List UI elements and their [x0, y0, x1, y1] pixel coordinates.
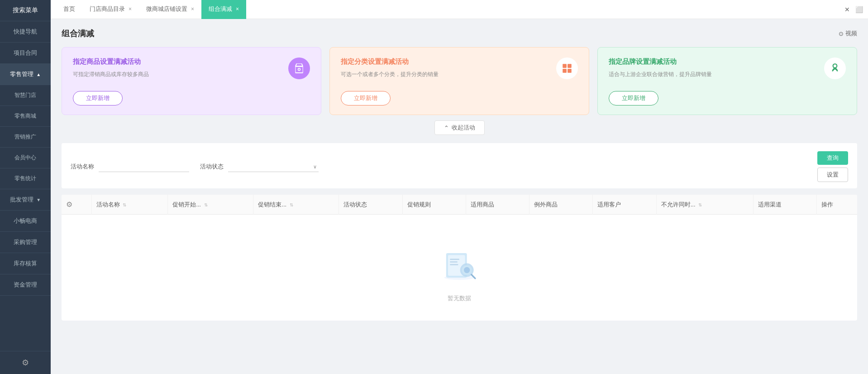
collapse-bar: ⌃ 收起活动: [62, 120, 857, 135]
empty-text: 暂无数据: [448, 294, 471, 302]
th-no-concurrent[interactable]: 不允许同时... ⇅: [656, 195, 753, 215]
svg-point-9: [464, 267, 470, 273]
tab-bar: 首页 门店商品目录 × 微商城店铺设置 × 组合满减 × ✕ ⬜: [51, 0, 868, 19]
sidebar-item-inventory-calc[interactable]: 库存核算: [0, 253, 51, 274]
svg-rect-2: [563, 69, 567, 73]
brand-card-desc: 适合与上游企业联合做营销，提升品牌销量: [609, 71, 846, 84]
sidebar-search[interactable]: 搜索菜单: [0, 0, 51, 21]
tab-wechat-store-settings[interactable]: 微商城店铺设置 ×: [139, 0, 201, 19]
table-header: ⚙ 活动名称 ⇅ 促销开始... ⇅ 促销结束... ⇅: [62, 195, 857, 215]
data-table-wrapper: ⚙ 活动名称 ⇅ 促销开始... ⇅ 促销结束... ⇅: [62, 195, 857, 321]
gear-icon: ⚙: [66, 201, 72, 208]
sort-arrows-icon: ⇅: [123, 202, 126, 207]
th-applicable-goods: 适用商品: [466, 195, 529, 215]
empty-state-icon: [437, 242, 482, 287]
cards-row: 指定商品设置满减活动 可指定滞销商品或库存较多商品 立即新增 指定分类设置满减活…: [62, 47, 857, 115]
play-circle-icon: ⊙: [839, 30, 844, 37]
content-area: 组合满减 ⊙ 视频 指定商品设置满减活动 可指定滞销商品或库存较多商品 立即新增: [51, 19, 868, 374]
svg-rect-12: [450, 261, 458, 263]
activity-name-label: 活动名称: [71, 163, 94, 171]
category-card-add-btn[interactable]: 立即新增: [341, 91, 391, 105]
category-card: 指定分类设置满减活动 可选一个或者多个分类，提升分类的销量 立即新增: [329, 47, 589, 115]
th-promo-rule: 促销规则: [402, 195, 466, 215]
th-gear[interactable]: ⚙: [62, 195, 91, 215]
sidebar-item-purchase-mgmt[interactable]: 采购管理: [0, 232, 51, 253]
empty-state: 暂无数据: [62, 215, 857, 321]
sort-arrows-icon: ⇅: [290, 202, 293, 207]
chevron-up-icon: ▲: [36, 72, 41, 77]
brand-card-icon: [824, 58, 846, 79]
maximize-window-btn[interactable]: ⬜: [855, 6, 863, 13]
page-title: 组合满减: [62, 28, 94, 39]
sidebar-item-quick-nav[interactable]: 快捷导航: [0, 21, 51, 43]
category-card-desc: 可选一个或者多个分类，提升分类的销量: [341, 71, 578, 84]
sidebar-item-wholesale-mgmt[interactable]: 批发管理 ▼: [0, 189, 51, 211]
gear-icon: ⚙: [22, 358, 29, 367]
category-card-icon: [556, 58, 578, 79]
sidebar-item-finance-mgmt[interactable]: 资金管理: [0, 274, 51, 296]
sidebar-item-retail-stats[interactable]: 零售统计: [0, 168, 51, 189]
goods-card-icon: [288, 58, 310, 79]
svg-rect-3: [568, 69, 572, 73]
activity-status-select[interactable]: 全部 进行中 未开始 已结束: [228, 161, 319, 172]
tab-home[interactable]: 首页: [56, 0, 82, 19]
sort-arrows-icon: ⇅: [204, 202, 208, 207]
video-link[interactable]: ⊙ 视频: [839, 29, 857, 38]
goods-card-title: 指定商品设置满减活动: [73, 58, 310, 66]
category-card-title: 指定分类设置满减活动: [341, 58, 578, 66]
svg-rect-0: [563, 64, 567, 68]
settings-gear-btn[interactable]: ⚙: [0, 351, 51, 374]
th-activity-name[interactable]: 活动名称 ⇅: [91, 195, 167, 215]
brand-card-title: 指定品牌设置满减活动: [609, 58, 846, 66]
settings-button[interactable]: 设置: [817, 168, 848, 182]
th-actions: 操作: [817, 195, 857, 215]
th-promo-end[interactable]: 促销结束... ⇅: [253, 195, 339, 215]
activity-name-field: 活动名称: [71, 161, 189, 172]
page-header: 组合满减 ⊙ 视频: [62, 28, 857, 39]
activity-name-input[interactable]: [99, 161, 189, 172]
sidebar-item-marketing[interactable]: 营销推广: [0, 127, 51, 148]
window-controls: ✕ ⬜: [844, 6, 863, 13]
svg-rect-11: [450, 259, 459, 260]
search-bar: 活动名称 活动状态 全部 进行中 未开始 已结束 ∨ 查询: [62, 143, 857, 188]
th-applicable-customers: 适用客户: [593, 195, 656, 215]
th-excluded-goods: 例外商品: [529, 195, 593, 215]
chevron-down-icon: ▼: [36, 197, 41, 202]
sidebar-item-project-contract[interactable]: 项目合同: [0, 43, 51, 64]
tab-close-wechat-store[interactable]: ×: [191, 6, 194, 12]
search-buttons: 查询 设置: [817, 151, 848, 182]
tab-combo-discount[interactable]: 组合满减 ×: [201, 0, 246, 19]
query-button[interactable]: 查询: [817, 151, 848, 165]
tab-store-catalog[interactable]: 门店商品目录 ×: [82, 0, 139, 19]
brand-card-add-btn[interactable]: 立即新增: [609, 91, 658, 105]
close-window-btn[interactable]: ✕: [844, 6, 851, 13]
sort-arrows-icon: ⇅: [698, 202, 702, 207]
th-applicable-channel: 适用渠道: [753, 195, 816, 215]
sidebar-item-member-center[interactable]: 会员中心: [0, 148, 51, 168]
goods-card: 指定商品设置满减活动 可指定滞销商品或库存较多商品 立即新增: [62, 47, 321, 115]
data-table: ⚙ 活动名称 ⇅ 促销开始... ⇅ 促销结束... ⇅: [62, 195, 857, 215]
brand-card: 指定品牌设置满减活动 适合与上游企业联合做营销，提升品牌销量 立即新增: [597, 47, 857, 115]
goods-card-add-btn[interactable]: 立即新增: [73, 91, 123, 105]
sidebar-item-retail-mgmt[interactable]: 零售管理 ▲: [0, 64, 51, 85]
th-promo-start[interactable]: 促销开始... ⇅: [168, 195, 253, 215]
sidebar-item-smart-store[interactable]: 智慧门店: [0, 85, 51, 106]
collapse-activity-btn[interactable]: ⌃ 收起活动: [434, 120, 485, 135]
activity-status-field: 活动状态 全部 进行中 未开始 已结束 ∨: [200, 161, 319, 172]
svg-rect-13: [450, 264, 458, 265]
goods-card-desc: 可指定滞销商品或库存较多商品: [73, 71, 310, 84]
svg-rect-1: [568, 64, 572, 68]
sidebar: 搜索菜单 快捷导航 项目合同 零售管理 ▲ 智慧门店 零售商城 营销推广 会员中…: [0, 0, 51, 374]
chevron-up-icon: ⌃: [444, 125, 449, 131]
sidebar-item-retail-mall[interactable]: 零售商城: [0, 106, 51, 127]
tab-close-combo-discount[interactable]: ×: [236, 6, 239, 12]
sidebar-item-xc-ecommerce[interactable]: 小畅电商: [0, 211, 51, 232]
th-activity-status: 活动状态: [339, 195, 402, 215]
tab-close-store-catalog[interactable]: ×: [129, 6, 132, 12]
activity-status-label: 活动状态: [200, 163, 224, 171]
main-area: 首页 门店商品目录 × 微商城店铺设置 × 组合满减 × ✕ ⬜ 组合满减 ⊙ …: [51, 0, 868, 374]
activity-status-select-wrapper: 全部 进行中 未开始 已结束 ∨: [228, 161, 319, 172]
